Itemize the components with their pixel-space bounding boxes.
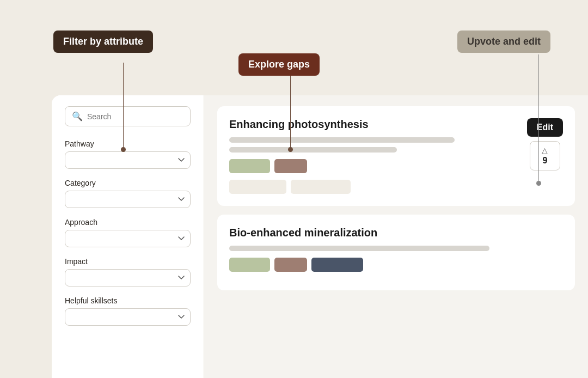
- upvote-connector-dot: [536, 181, 541, 186]
- card-1-extra-line-1: [229, 180, 286, 194]
- skillsets-select[interactable]: [65, 308, 191, 326]
- card-2-line-1: [229, 246, 489, 251]
- card-1-actions: Edit △ 9: [527, 118, 563, 170]
- explore-connector-dot: [288, 147, 293, 152]
- card-2-tag-green: [229, 258, 270, 272]
- card-1-extra-lines: [229, 180, 518, 194]
- category-label: Category: [65, 179, 191, 187]
- filter-by-attribute-tooltip: Filter by attribute: [53, 31, 153, 53]
- content-area: Enhancing photosynthesis Edit △ 9: [204, 95, 588, 378]
- upvote-and-edit-tooltip: Upvote and edit: [457, 31, 550, 53]
- card-1-upvote-icon: △: [542, 146, 548, 155]
- approach-label: Approach: [65, 218, 191, 227]
- card-enhancing-photosynthesis: Enhancing photosynthesis Edit △ 9: [217, 106, 575, 206]
- card-1-upvote-count: 9: [542, 156, 547, 166]
- impact-label: Impact: [65, 257, 191, 266]
- filter-connector-line: [123, 63, 124, 148]
- card-2-tag-brown: [274, 258, 307, 272]
- card-1-upvote-button[interactable]: △ 9: [530, 141, 560, 170]
- explore-gaps-tooltip: Explore gaps: [238, 53, 320, 76]
- filter-group-category: Category: [65, 179, 191, 208]
- card-1-tag-green: [229, 159, 270, 173]
- sidebar: 🔍 Pathway Category Approach Impact: [52, 95, 204, 378]
- search-input[interactable]: [87, 112, 183, 121]
- filter-group-skillsets: Helpful skillsets: [65, 296, 191, 326]
- card-1-extra-line-2: [291, 180, 351, 194]
- card-1-edit-button[interactable]: Edit: [527, 118, 563, 137]
- card-2-tags: [229, 258, 563, 272]
- filter-group-pathway: Pathway: [65, 139, 191, 169]
- card-1-tags: [229, 159, 518, 173]
- impact-select[interactable]: [65, 269, 191, 286]
- search-icon: 🔍: [72, 111, 83, 121]
- upvote-connector-line: [538, 54, 539, 181]
- card-1-body: Enhancing photosynthesis: [229, 118, 518, 194]
- card-1-tag-brown: [274, 159, 307, 173]
- main-panel: 🔍 Pathway Category Approach Impact: [52, 95, 588, 378]
- card-2-title: Bio-enhanced mineralization: [229, 227, 563, 239]
- card-1-line-1: [229, 137, 455, 143]
- card-2-body: Bio-enhanced mineralization: [229, 227, 563, 278]
- card-bio-enhanced-mineralization: Bio-enhanced mineralization: [217, 215, 575, 290]
- filter-group-approach: Approach: [65, 218, 191, 247]
- filter-connector-dot: [121, 147, 126, 152]
- category-select[interactable]: [65, 191, 191, 208]
- filter-group-impact: Impact: [65, 257, 191, 286]
- card-1-title: Enhancing photosynthesis: [229, 118, 518, 131]
- search-box[interactable]: 🔍: [65, 106, 191, 126]
- pathway-label: Pathway: [65, 139, 191, 148]
- skillsets-label: Helpful skillsets: [65, 296, 191, 305]
- card-1-line-2: [229, 147, 397, 153]
- pathway-select[interactable]: [65, 151, 191, 169]
- card-2-tag-dark: [311, 258, 363, 272]
- explore-connector-line: [290, 75, 291, 148]
- approach-select[interactable]: [65, 230, 191, 247]
